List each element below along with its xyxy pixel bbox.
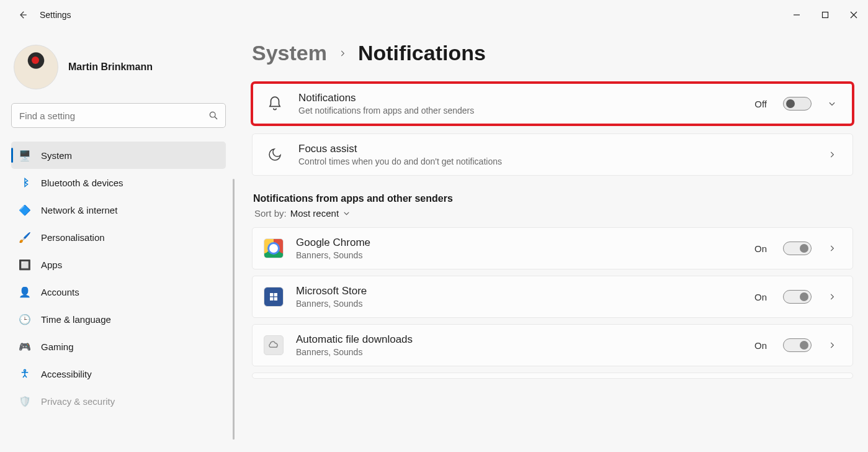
sidebar-item-network[interactable]: 🔷 Network & internet [11,196,226,224]
maximize-button[interactable] [811,5,839,25]
chevron-right-icon [828,341,836,350]
app-sub: Banners, Sounds [296,299,742,309]
chevron-right-icon [338,49,347,58]
section-heading: Notifications from apps and other sender… [253,193,853,204]
main-pane: System Notifications Notifications Get n… [236,30,868,452]
bell-icon [264,96,286,112]
brush-icon: 🖌️ [19,231,31,243]
app-toggle[interactable] [783,290,812,304]
sidebar-item-label: Privacy & security [41,396,115,407]
expand-button[interactable] [828,99,841,108]
sender-card-store[interactable]: Microsoft Store Banners, Sounds On [252,276,853,318]
sidebar-item-label: Gaming [41,341,74,352]
sort-label: Sort by: [254,208,287,219]
card-texts: Microsoft Store Banners, Sounds [296,285,742,309]
app-sub: Banners, Sounds [296,250,742,260]
sidebar-item-system[interactable]: 🖥️ System [11,142,226,169]
card-texts: Automatic file downloads Banners, Sounds [296,333,742,357]
store-icon [264,287,284,307]
svg-rect-5 [270,293,273,296]
app-title: Settings [40,10,71,20]
sidebar-item-label: Apps [41,260,62,270]
sidebar-item-label: Accessibility [41,369,92,379]
sidebar-item-label: Personalisation [41,232,105,243]
card-texts: Google Chrome Banners, Sounds [296,237,742,260]
navigate-button[interactable] [828,150,841,159]
sidebar-item-privacy[interactable]: 🛡️ Privacy & security [11,387,226,415]
card-texts: Focus assist Control times when you do a… [298,143,815,166]
sidebar-item-gaming[interactable]: 🎮 Gaming [11,333,226,360]
sidebar-item-time-language[interactable]: 🕒 Time & language [11,305,226,333]
titlebar: Settings [0,0,868,30]
svg-rect-8 [274,297,277,301]
navigate-button[interactable] [828,244,841,253]
wifi-icon: 🔷 [19,204,31,216]
sidebar-scrollbar[interactable] [233,179,235,440]
sidebar-item-label: Bluetooth & devices [41,178,123,188]
app-toggle[interactable] [783,338,812,352]
username: Martin Brinkmann [68,61,153,73]
accessibility-icon [19,368,31,380]
notifications-toggle[interactable] [783,97,812,111]
moon-icon [264,147,286,162]
sidebar-item-label: Time & language [41,314,111,325]
profile-block[interactable]: Martin Brinkmann [14,45,226,89]
svg-rect-1 [823,12,828,18]
close-button[interactable] [839,5,868,25]
app-toggle[interactable] [783,242,812,255]
sender-card-chrome[interactable]: Google Chrome Banners, Sounds On [252,227,853,269]
sidebar-item-personalisation[interactable]: 🖌️ Personalisation [11,224,226,251]
card-focus-assist[interactable]: Focus assist Control times when you do a… [252,133,853,176]
sidebar-item-accessibility[interactable]: Accessibility [11,360,226,387]
breadcrumb-current: Notifications [358,41,486,65]
sidebar-item-accounts[interactable]: 👤 Accounts [11,278,226,305]
shield-icon: 🛡️ [19,395,31,407]
sidebar-item-label: System [41,150,72,161]
search-icon [208,111,218,120]
minimize-icon [793,11,800,19]
avatar [14,45,58,89]
app-sub: Banners, Sounds [296,347,742,357]
sender-card-downloads[interactable]: Automatic file downloads Banners, Sounds… [252,324,853,366]
navigate-button[interactable] [828,292,841,301]
card-subtitle: Control times when you do and don't get … [298,156,815,166]
sidebar-item-bluetooth[interactable]: Bluetooth & devices [11,169,226,196]
monitor-icon: 🖥️ [19,149,31,161]
card-notifications[interactable]: Notifications Get notifications from app… [252,83,853,125]
clock-globe-icon: 🕒 [19,313,31,325]
chrome-icon [264,238,284,258]
chevron-right-icon [828,292,836,301]
maximize-icon [821,11,829,19]
chevron-down-icon [342,209,351,217]
chevron-right-icon [828,244,836,253]
app-name: Google Chrome [296,237,742,249]
svg-rect-6 [274,293,277,296]
arrow-left-icon [17,9,28,20]
card-title: Focus assist [298,143,815,155]
gamepad-icon: 🎮 [19,340,31,353]
svg-line-3 [215,117,217,119]
app-name: Automatic file downloads [296,333,742,346]
toggle-state-label: On [754,340,767,351]
chevron-right-icon [828,150,836,159]
navigate-button[interactable] [828,341,841,350]
chevron-down-icon [828,99,836,108]
breadcrumb: System Notifications [252,41,853,65]
minimize-button[interactable] [782,5,811,25]
toggle-state-label: Off [754,99,767,109]
back-button[interactable] [10,9,35,20]
breadcrumb-parent[interactable]: System [252,41,327,65]
card-texts: Notifications Get notifications from app… [298,92,742,115]
toggle-state-label: On [754,292,767,302]
close-icon [850,11,857,19]
app-name: Microsoft Store [296,285,742,297]
card-title: Notifications [298,92,742,104]
sidebar-item-apps[interactable]: 🔲 Apps [11,251,226,278]
svg-rect-7 [270,297,273,301]
bluetooth-icon [19,176,31,189]
sender-card-partial[interactable] [252,373,853,379]
toggle-state-label: On [754,243,767,254]
sidebar-item-label: Accounts [41,287,79,297]
sort-by-dropdown[interactable]: Sort by: Most recent [254,208,853,219]
search-input[interactable] [11,103,226,128]
